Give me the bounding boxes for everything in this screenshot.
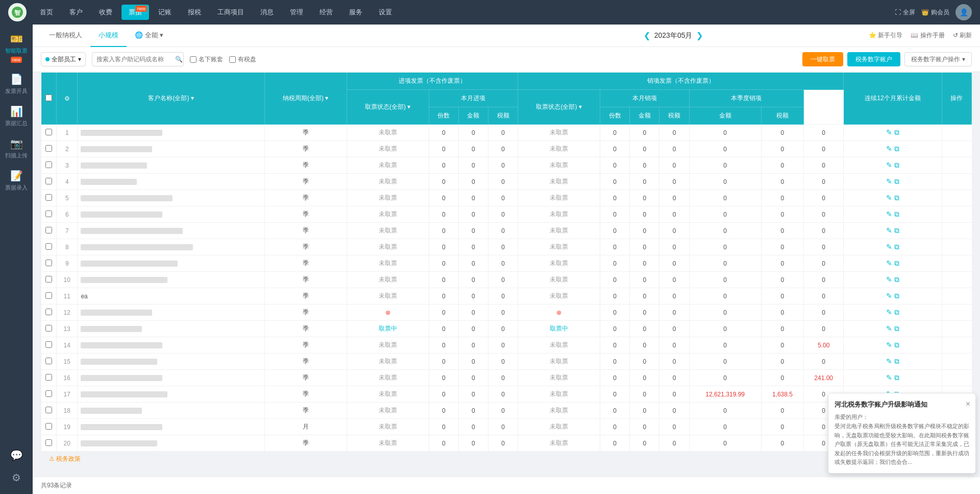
- edit-icon[interactable]: ✎: [886, 128, 892, 136]
- fullscreen-button[interactable]: ⛶ 全屏: [895, 8, 915, 17]
- copy-icon[interactable]: ⧉: [894, 357, 899, 365]
- edit-icon[interactable]: ✎: [886, 308, 892, 316]
- notification-close-button[interactable]: ×: [966, 397, 970, 411]
- copy-icon[interactable]: ⧉: [894, 194, 899, 202]
- row-checkbox[interactable]: [45, 227, 52, 233]
- table-row: 3季未取票000未取票000000✎⧉: [41, 157, 972, 174]
- user-avatar[interactable]: 👤: [955, 4, 972, 20]
- nav-settings[interactable]: 设置: [372, 5, 399, 20]
- employee-filter[interactable]: 全部员工 ▾: [41, 52, 86, 66]
- copy-icon[interactable]: ⧉: [894, 226, 899, 234]
- tab-general-taxpayer[interactable]: 一般纳税人: [41, 25, 90, 47]
- copy-icon[interactable]: ⧉: [894, 128, 899, 136]
- nav-bookkeeping[interactable]: 记账: [151, 5, 179, 20]
- sidebar-item-smart-ticket[interactable]: 🎫 智能取票 new: [2, 29, 31, 67]
- edit-icon[interactable]: ✎: [886, 210, 892, 218]
- row-checkbox[interactable]: [45, 407, 52, 413]
- sidebar-item-chat[interactable]: 💬: [2, 445, 31, 465]
- nav-fee[interactable]: 收费: [92, 5, 119, 20]
- copy-icon[interactable]: ⧉: [894, 243, 899, 251]
- manual-link[interactable]: 📖 操作手册: [911, 31, 944, 40]
- edit-icon[interactable]: ✎: [886, 341, 892, 349]
- table-cell: 7: [57, 223, 78, 239]
- one-click-ticket-button[interactable]: 一键取票: [802, 52, 843, 66]
- edit-icon[interactable]: ✎: [886, 259, 892, 267]
- row-checkbox[interactable]: [45, 276, 52, 283]
- tab-small-scale[interactable]: 小规模: [90, 25, 127, 47]
- nav-customer[interactable]: 客户: [62, 5, 90, 20]
- table-cell: 0: [630, 354, 659, 370]
- nav-tax[interactable]: 报税: [181, 5, 208, 20]
- edit-icon[interactable]: ✎: [886, 177, 892, 185]
- row-checkbox[interactable]: [45, 390, 52, 397]
- nav-service[interactable]: 服务: [342, 5, 370, 20]
- row-checkbox[interactable]: [45, 423, 52, 430]
- taxpad-checkbox[interactable]: [229, 56, 236, 63]
- copy-icon[interactable]: ⧉: [894, 324, 899, 333]
- sidebar-item-config[interactable]: ⚙: [2, 467, 31, 488]
- nav-home[interactable]: 首页: [33, 5, 60, 20]
- sidebar-item-invoice-summary[interactable]: 📊 票据汇总: [2, 101, 31, 131]
- nav-message[interactable]: 消息: [253, 5, 281, 20]
- row-checkbox[interactable]: [45, 292, 52, 299]
- refresh-button[interactable]: ↺ 刷新: [953, 31, 972, 40]
- row-checkbox[interactable]: [45, 145, 52, 152]
- sidebar-item-invoice-entry[interactable]: 📝 票据录入: [2, 166, 31, 196]
- guide-link[interactable]: ⭐ 新手引导: [869, 31, 902, 40]
- row-checkbox[interactable]: [45, 374, 52, 381]
- tax-digital-account-ops-button[interactable]: 税务数字账户操作 ▾: [904, 52, 972, 66]
- member-button[interactable]: 👑 购会员: [921, 8, 949, 17]
- nav-operate[interactable]: 经营: [312, 5, 340, 20]
- row-checkbox[interactable]: [45, 325, 52, 332]
- tax-digital-account-button[interactable]: 税务数字账户: [847, 52, 900, 66]
- edit-icon[interactable]: ✎: [886, 226, 892, 234]
- sidebar-item-scan-upload[interactable]: 📷 扫描上传: [2, 133, 31, 163]
- copy-icon[interactable]: ⧉: [894, 210, 899, 218]
- edit-icon[interactable]: ✎: [886, 357, 892, 365]
- copy-icon[interactable]: ⧉: [894, 292, 899, 300]
- row-number: 20: [64, 440, 70, 447]
- copy-icon[interactable]: ⧉: [894, 145, 899, 153]
- prev-month-button[interactable]: ❮: [644, 31, 650, 40]
- out-status-label: 未取票: [550, 407, 568, 414]
- row-checkbox[interactable]: [45, 161, 52, 168]
- own-accounts-checkbox[interactable]: [190, 56, 197, 63]
- row-checkbox[interactable]: [45, 260, 52, 266]
- in-amount: 0: [472, 146, 475, 153]
- row-checkbox[interactable]: [45, 243, 52, 250]
- copy-icon[interactable]: ⧉: [894, 161, 899, 169]
- checkbox-own-accounts[interactable]: 名下账套: [190, 55, 223, 64]
- row-checkbox[interactable]: [45, 439, 52, 446]
- nav-business[interactable]: 工商项目: [210, 5, 251, 20]
- edit-icon[interactable]: ✎: [886, 292, 892, 300]
- row-checkbox[interactable]: [45, 358, 52, 364]
- copy-icon[interactable]: ⧉: [894, 177, 899, 185]
- next-month-button[interactable]: ❯: [696, 31, 703, 40]
- copy-icon[interactable]: ⧉: [894, 275, 899, 284]
- edit-icon[interactable]: ✎: [886, 194, 892, 202]
- edit-icon[interactable]: ✎: [886, 161, 892, 169]
- row-checkbox[interactable]: [45, 309, 52, 315]
- copy-icon[interactable]: ⧉: [894, 308, 899, 316]
- row-checkbox[interactable]: [45, 210, 52, 217]
- row-checkbox[interactable]: [45, 178, 52, 184]
- search-box[interactable]: 🔍: [92, 52, 184, 66]
- checkbox-has-taxpad[interactable]: 有税盘: [229, 55, 256, 64]
- copy-icon[interactable]: ⧉: [894, 341, 899, 349]
- nav-invoice[interactable]: 票据 new: [121, 5, 149, 20]
- edit-icon[interactable]: ✎: [886, 243, 892, 251]
- copy-icon[interactable]: ⧉: [894, 259, 899, 267]
- edit-icon[interactable]: ✎: [886, 324, 892, 333]
- edit-icon[interactable]: ✎: [886, 275, 892, 284]
- copy-icon[interactable]: ⧉: [894, 373, 899, 382]
- edit-icon[interactable]: ✎: [886, 145, 892, 153]
- nav-manage[interactable]: 管理: [283, 5, 310, 20]
- select-all-checkbox[interactable]: [45, 95, 52, 101]
- search-input[interactable]: [96, 56, 173, 63]
- sidebar-item-invoice-open[interactable]: 📄 发票开具: [2, 69, 31, 99]
- row-checkbox[interactable]: [45, 341, 52, 348]
- row-checkbox[interactable]: [45, 194, 52, 201]
- tab-all-capable[interactable]: 🌐 全能 ▾: [127, 25, 172, 47]
- row-checkbox[interactable]: [45, 129, 52, 135]
- edit-icon[interactable]: ✎: [886, 373, 892, 382]
